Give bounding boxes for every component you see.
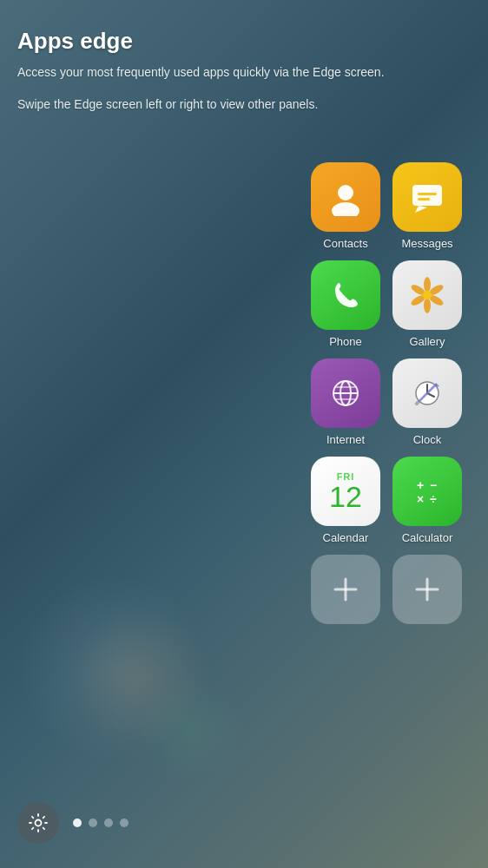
add-icon-2 [392,555,462,624]
messages-icon-bg [392,162,462,232]
app-calculator[interactable]: + − × ÷ Calculator [392,457,462,544]
app-row-4: FRI 12 Calendar + − × ÷ [311,457,462,544]
add-slot-2[interactable] [392,555,462,624]
svg-point-12 [423,291,432,299]
app-phone[interactable]: Phone [311,260,380,348]
app-calendar[interactable]: FRI 12 Calendar [311,457,380,544]
gallery-svg [408,276,446,314]
page-title: Apps edge [17,28,471,55]
app-row-5 [311,555,462,624]
calculator-label: Calculator [402,531,453,544]
svg-rect-4 [418,193,437,195]
app-gallery[interactable]: Gallery [392,260,462,348]
app-internet[interactable]: Internet [311,358,380,446]
app-row-1: Contacts Messages [311,162,462,250]
gallery-label: Gallery [409,335,445,348]
add-icon-1 [311,555,380,624]
calendar-label: Calendar [323,531,369,544]
internet-icon-bg [311,358,380,428]
gear-icon [28,812,49,833]
svg-text:−: − [430,478,437,492]
dot-3 [104,819,113,827]
settings-button[interactable] [17,802,59,844]
svg-point-0 [338,185,353,201]
add-svg-1 [326,570,365,608]
description-text: Access your most frequently used apps qu… [17,63,471,82]
svg-point-1 [332,202,359,216]
svg-marker-3 [415,206,427,213]
messages-label: Messages [401,237,452,250]
dot-1 [73,819,82,827]
phone-svg [326,276,365,314]
svg-point-9 [424,298,431,313]
app-row-3: Internet [311,358,462,446]
main-area: Contacts Messages [17,128,471,788]
clock-svg [408,374,446,412]
calculator-icon-bg: + − × ÷ [392,457,462,526]
swipe-instruction: Swipe the Edge screen left or right to v… [17,95,471,114]
internet-label: Internet [326,433,365,446]
add-slot-1[interactable] [311,555,380,624]
calendar-icon-bg: FRI 12 [311,457,380,526]
app-messages[interactable]: Messages [392,162,462,250]
add-svg-2 [408,570,446,608]
dot-4 [120,819,129,827]
app-contacts[interactable]: Contacts [311,162,380,250]
contacts-icon-bg [311,162,380,232]
messages-svg [408,178,446,216]
calendar-content: FRI 12 [311,457,380,526]
svg-point-6 [424,277,431,293]
svg-rect-5 [418,198,430,201]
svg-point-32 [36,820,42,826]
header: Apps edge Access your most frequently us… [17,28,471,114]
clock-icon-bg [392,358,462,428]
svg-text:×: × [417,492,424,506]
dot-2 [89,819,97,827]
left-panel [17,128,311,788]
contacts-label: Contacts [323,237,367,250]
page-dots [73,819,129,827]
phone-label: Phone [329,335,362,348]
calendar-date: 12 [329,482,362,511]
app-clock[interactable]: Clock [392,358,462,446]
contacts-svg [326,178,365,216]
app-row-2: Phone [311,260,462,348]
svg-text:÷: ÷ [430,492,437,506]
apps-grid: Contacts Messages [311,128,471,788]
bottom-bar [17,788,471,851]
gallery-icon-bg [392,260,462,330]
svg-text:+: + [417,478,424,492]
calculator-svg: + − × ÷ [408,472,446,510]
phone-icon-bg [311,260,380,330]
clock-label: Clock [413,433,442,446]
internet-svg [326,374,365,412]
